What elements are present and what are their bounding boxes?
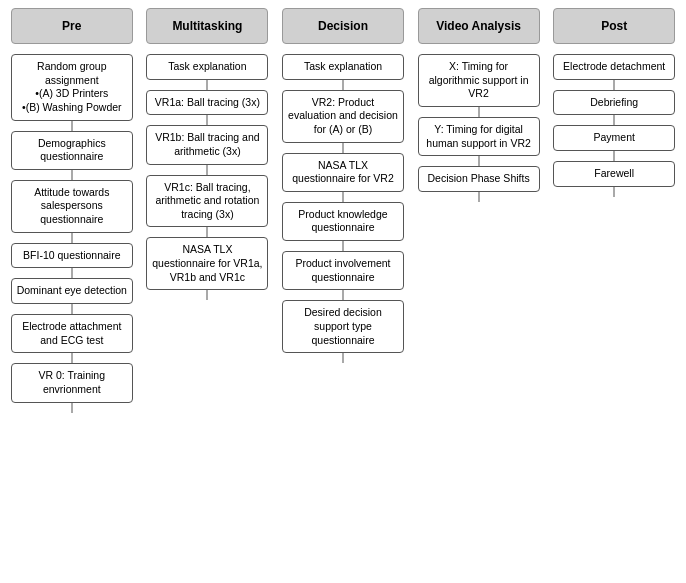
box-decision-2: NASA TLX questionnaire for VR2 — [282, 153, 404, 192]
column-pre: PreRandom group assignment •(A) 3D Print… — [4, 8, 140, 575]
list-item: Decision Phase Shifts — [411, 166, 547, 198]
list-item: VR1a: Ball tracing (3x) — [140, 90, 276, 122]
header-decision: Decision — [282, 8, 404, 44]
header-video-analysis: Video Analysis — [418, 8, 540, 44]
items-multitasking: Task explanationVR1a: Ball tracing (3x)V… — [140, 54, 276, 300]
box-post-1: Debriefing — [553, 90, 675, 116]
box-decision-4: Product involvement questionnaire — [282, 251, 404, 290]
box-multitasking-2: VR1b: Ball tracing and arithmetic (3x) — [146, 125, 268, 164]
items-video-analysis: X: Timing for algorithmic support in VR2… — [411, 54, 547, 202]
list-item: Product knowledge questionnaire — [275, 202, 411, 247]
items-decision: Task explanationVR2: Product evaluation … — [275, 54, 411, 363]
box-decision-3: Product knowledge questionnaire — [282, 202, 404, 241]
list-item: VR2: Product evaluation and decision for… — [275, 90, 411, 149]
list-item: VR1b: Ball tracing and arithmetic (3x) — [140, 125, 276, 170]
list-item: BFI-10 questionnaire — [4, 243, 140, 275]
header-multitasking: Multitasking — [146, 8, 268, 44]
column-post: PostElectrode detachmentDebriefingPaymen… — [546, 8, 682, 575]
list-item: Dominant eye detection — [4, 278, 140, 310]
box-decision-0: Task explanation — [282, 54, 404, 80]
diagram: PreRandom group assignment •(A) 3D Print… — [0, 0, 686, 583]
list-item: NASA TLX questionnaire for VR2 — [275, 153, 411, 198]
list-item: Task explanation — [140, 54, 276, 86]
items-pre: Random group assignment •(A) 3D Printers… — [4, 54, 140, 413]
box-multitasking-3: VR1c: Ball tracing, arithmetic and rotat… — [146, 175, 268, 228]
box-post-0: Electrode detachment — [553, 54, 675, 80]
box-video-analysis-0: X: Timing for algorithmic support in VR2 — [418, 54, 540, 107]
header-post: Post — [553, 8, 675, 44]
list-item: Y: Timing for digital human support in V… — [411, 117, 547, 162]
box-post-3: Farewell — [553, 161, 675, 187]
list-item: Electrode attachment and ECG test — [4, 314, 140, 359]
box-multitasking-1: VR1a: Ball tracing (3x) — [146, 90, 268, 116]
list-item: Demographics questionnaire — [4, 131, 140, 176]
list-item: VR 0: Training envrionment — [4, 363, 140, 408]
box-pre-0: Random group assignment •(A) 3D Printers… — [11, 54, 133, 121]
list-item: Attitude towards salespersons questionna… — [4, 180, 140, 239]
list-item: Debriefing — [546, 90, 682, 122]
box-video-analysis-1: Y: Timing for digital human support in V… — [418, 117, 540, 156]
box-pre-3: BFI-10 questionnaire — [11, 243, 133, 269]
list-item: Product involvement questionnaire — [275, 251, 411, 296]
list-item: Task explanation — [275, 54, 411, 86]
box-pre-2: Attitude towards salespersons questionna… — [11, 180, 133, 233]
list-item: Farewell — [546, 161, 682, 193]
box-multitasking-4: NASA TLX questionnaire for VR1a, VR1b an… — [146, 237, 268, 290]
column-video-analysis: Video AnalysisX: Timing for algorithmic … — [411, 8, 547, 575]
column-decision: DecisionTask explanationVR2: Product eva… — [275, 8, 411, 575]
list-item: VR1c: Ball tracing, arithmetic and rotat… — [140, 175, 276, 234]
box-decision-1: VR2: Product evaluation and decision for… — [282, 90, 404, 143]
box-post-2: Payment — [553, 125, 675, 151]
header-pre: Pre — [11, 8, 133, 44]
box-multitasking-0: Task explanation — [146, 54, 268, 80]
box-pre-1: Demographics questionnaire — [11, 131, 133, 170]
list-item: Random group assignment •(A) 3D Printers… — [4, 54, 140, 127]
list-item: NASA TLX questionnaire for VR1a, VR1b an… — [140, 237, 276, 296]
box-pre-6: VR 0: Training envrionment — [11, 363, 133, 402]
items-post: Electrode detachmentDebriefingPaymentFar… — [546, 54, 682, 197]
box-pre-5: Electrode attachment and ECG test — [11, 314, 133, 353]
list-item: Payment — [546, 125, 682, 157]
box-video-analysis-2: Decision Phase Shifts — [418, 166, 540, 192]
box-decision-5: Desired decision support type questionna… — [282, 300, 404, 353]
list-item: X: Timing for algorithmic support in VR2 — [411, 54, 547, 113]
box-pre-4: Dominant eye detection — [11, 278, 133, 304]
list-item: Desired decision support type questionna… — [275, 300, 411, 359]
column-multitasking: MultitaskingTask explanationVR1a: Ball t… — [140, 8, 276, 575]
list-item: Electrode detachment — [546, 54, 682, 86]
